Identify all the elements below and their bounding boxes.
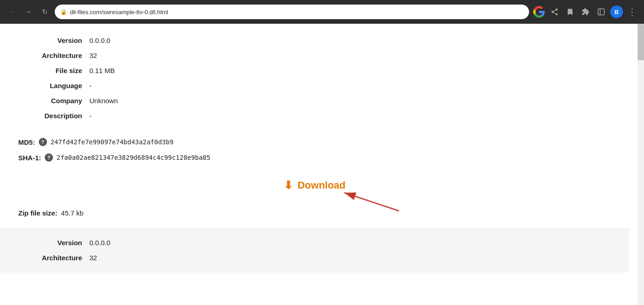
sha1-value: 2fa0a02ae821347e3829d6894c4c99c128e9ba85 [57,154,210,161]
md5-label: MD5: [18,138,35,146]
language-label: Language [18,82,82,89]
svg-rect-0 [598,9,604,15]
company-row: Company Unknown [18,93,611,108]
second-architecture-value: 32 [89,254,97,262]
md5-value: 247fd42fe7e99097e74bd43a2af0d3b9 [51,138,174,146]
back-button[interactable]: ← [5,5,18,18]
zip-size-row: Zip file size: 45.7 kb [18,205,611,221]
download-label: Download [297,179,345,191]
lock-icon: 🔒 [60,9,67,15]
architecture-row: Architecture 32 [18,48,611,63]
second-architecture-row: Architecture 32 [18,250,611,265]
extensions-button[interactable] [579,5,592,18]
company-value: Unknown [89,97,118,105]
refresh-button[interactable]: ↻ [38,5,51,18]
menu-button[interactable]: ⋮ [626,5,639,18]
scrollbar-thumb[interactable] [638,24,644,60]
forward-button[interactable]: → [22,5,35,18]
address-bar[interactable]: 🔒 dll-files.com/swresample-ttv-0.dll.htm… [55,5,529,19]
hash-section: MD5: ? 247fd42fe7e99097e74bd43a2af0d3b9 … [18,134,611,165]
profile-button[interactable]: B [610,5,623,18]
second-version-label: Version [18,239,82,247]
file-info-section: Version 0.0.0.0 Architecture 32 File siz… [18,33,611,123]
second-version-value: 0.0.0.0 [89,239,110,247]
language-row: Language - [18,78,611,93]
sha1-help-icon[interactable]: ? [45,153,53,162]
md5-help-icon[interactable]: ? [39,138,47,146]
version-row: Version 0.0.0.0 [18,33,611,48]
second-architecture-label: Architecture [18,254,82,262]
version-value: 0.0.0.0 [89,37,110,44]
google-button[interactable] [533,5,545,18]
language-value: - [89,82,92,89]
zip-size-label: Zip file size: [18,209,57,217]
share-button[interactable] [548,5,561,18]
architecture-value: 32 [89,52,97,59]
browser-actions: B ⋮ [533,5,639,18]
company-label: Company [18,97,82,105]
md5-row: MD5: ? 247fd42fe7e99097e74bd43a2af0d3b9 [18,134,611,150]
description-label: Description [18,112,82,120]
sha1-label: SHA-1: [18,154,41,162]
bookmark-button[interactable] [564,5,576,18]
page-content: Version 0.0.0.0 Architecture 32 File siz… [0,24,629,282]
download-button[interactable]: ⬇ Download [284,179,345,192]
download-section: ⬇ Download [18,179,611,192]
scrollbar[interactable] [638,24,644,282]
download-icon: ⬇ [284,179,293,192]
filesize-value: 0.11 MB [89,67,115,74]
second-file-block: Version 0.0.0.0 Architecture 32 [0,228,629,273]
description-value: - [89,112,92,120]
zip-size-value: 45.7 kb [61,209,83,217]
filesize-row: File size 0.11 MB [18,63,611,78]
second-version-row: Version 0.0.0.0 [18,235,611,250]
sha1-row: SHA-1: ? 2fa0a02ae821347e3829d6894c4c99c… [18,150,611,165]
sidebar-button[interactable] [595,5,608,18]
browser-chrome: ← → ↻ 🔒 dll-files.com/swresample-ttv-0.d… [0,0,644,24]
description-row: Description - [18,108,611,123]
url-text: dll-files.com/swresample-ttv-0.dll.html [70,9,168,16]
filesize-label: File size [18,67,82,74]
architecture-label: Architecture [18,52,82,59]
version-label: Version [18,37,82,44]
